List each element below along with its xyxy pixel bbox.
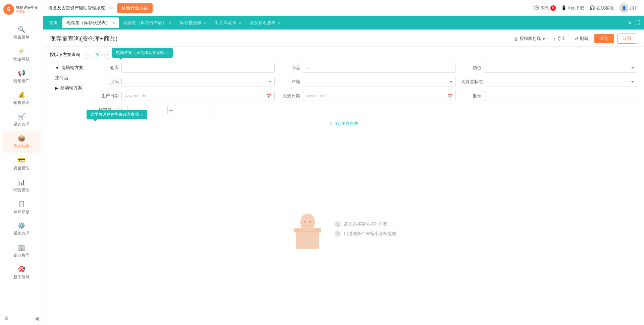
collapse-bar[interactable]: ∧ 收起更多条件: [50, 118, 637, 129]
color-select[interactable]: [484, 63, 637, 73]
message-item[interactable]: 💬 消息 9: [534, 5, 556, 11]
step-num-1: 1: [334, 221, 341, 228]
sidebar-item-enterprise[interactable]: 🏢 企业协同: [2, 240, 41, 262]
expiry-date-range: yyyy-mm-dd 📅: [303, 91, 456, 101]
by-goods-label: 接商品: [55, 75, 68, 81]
filter-row-3: 生产日期 yyyy-mm-dd 📅 失效日期: [99, 91, 637, 101]
create-tooltip: 这里可以创建和修改方案哦 ×: [87, 110, 147, 119]
stock-status-label: 现存量状态: [461, 79, 483, 85]
print-template-btn[interactable]: 🖨 按模板打印 ▾: [511, 34, 548, 43]
search-icon: 🔍: [18, 26, 25, 33]
collapse-sidebar-icon[interactable]: ◀: [35, 315, 39, 322]
scheme-tree-mobile[interactable]: ▶ 移动端方案: [50, 83, 93, 93]
header-right: 💬 消息 9 📱 App下载 🎧 在线客服 👤 用户: [534, 3, 639, 13]
sidebar-logo: 6 畅捷通好生意 标准版: [0, 0, 43, 19]
sidebar-label-purchase: 采购管理: [13, 122, 30, 127]
warehouse-input[interactable]: [121, 63, 275, 73]
scheme-tree-by-goods[interactable]: 接商品: [50, 73, 93, 83]
create-tooltip-close[interactable]: ×: [141, 112, 143, 117]
origin-select[interactable]: [303, 77, 456, 87]
main-content: 装备及固定资产辅助管理系统 ⚙ 体验行业方案 💬 消息 9 📱 App下载 🎧 …: [43, 0, 644, 325]
tab-inventory-status-label: 现存量（库存状况表）: [66, 20, 110, 26]
logo-title: 畅捷通好生意: [16, 5, 38, 10]
batch-no-input[interactable]: [484, 91, 637, 101]
tab-in-out-flow[interactable]: 出入库流水 ✕: [211, 17, 246, 28]
scheme-tooltip-close[interactable]: ×: [166, 51, 169, 55]
page-content: 现存量查询(按仓库+商品) 🖨 按模板打印 ▾ ↑ 导出 ↺ 刷新 查询 设置: [43, 30, 644, 325]
app-download-label: App下载: [568, 5, 584, 11]
sidebar-item-sales[interactable]: 💰 销售管理: [2, 88, 41, 109]
empty-step-1-text: 请先选择要分析的方案: [344, 221, 387, 227]
app-download-item[interactable]: 📱 App下载: [561, 5, 584, 11]
production-date-from[interactable]: yyyy-mm-dd 📅: [121, 91, 275, 101]
phone-icon: 📱: [561, 5, 567, 10]
tab-maximize-icon[interactable]: ⛶: [635, 20, 640, 26]
create-tooltip-text: 这里可以创建和修改方案哦: [91, 112, 139, 117]
expiry-date-placeholder: yyyy-mm-dd: [306, 94, 328, 98]
sidebar-label-search: 搜索菜单: [13, 35, 30, 40]
filter-row-1: 仓库 商品 颜色: [99, 63, 637, 73]
tab-close-all-icon[interactable]: ✕: [628, 20, 632, 26]
tab-inventory-status-close[interactable]: ✕: [112, 21, 115, 25]
system-settings-icon[interactable]: ⚙: [109, 5, 113, 10]
sidebar-item-purchase[interactable]: 🛒 采购管理: [2, 110, 41, 131]
back-scheme-icon: ←: [106, 52, 111, 57]
tab-bar: 首页 现存量（库存状况表） ✕ 现存量（库存分布表） ✕ 库存批次账 ✕ 出入库…: [43, 16, 644, 30]
export-icon: ↑: [554, 36, 556, 41]
edit-scheme-btn[interactable]: ✎: [94, 51, 102, 59]
add-scheme-btn[interactable]: +: [83, 51, 91, 59]
settings-footer-icon[interactable]: ⚙: [4, 315, 9, 322]
filter-group-warehouse: 仓库: [99, 63, 275, 73]
filter-row-2: 尺码 产地 现存量状态: [99, 77, 637, 87]
refresh-btn[interactable]: ↺ 刷新: [572, 34, 591, 43]
tab-batch-account-close[interactable]: ✕: [204, 21, 207, 25]
tab-inventory-status[interactable]: 现存量（库存状况表） ✕: [62, 17, 119, 28]
filter-row-4: 现存量（主） —: [99, 105, 637, 115]
sidebar-item-system[interactable]: ⚙️ 系统管理: [2, 219, 41, 240]
online-support-item[interactable]: 🎧 在线客服: [590, 5, 614, 11]
tab-batch-account[interactable]: 库存批次账 ✕: [176, 17, 211, 28]
filter-area: 按以下方案查询 + ✎ ← 电脑方案可设为移动方案哦 ×: [43, 47, 644, 133]
user-item[interactable]: 👤 用户: [619, 3, 639, 13]
basic-info-icon: 📋: [18, 200, 25, 208]
stock-status-select[interactable]: [486, 77, 637, 87]
tab-inventory-dist-close[interactable]: ✕: [169, 21, 172, 25]
sidebar-item-newbie[interactable]: 🎯 新手引导: [2, 262, 41, 283]
tab-receive-summary[interactable]: 收发存汇总表 ✕: [246, 17, 285, 28]
size-select[interactable]: [121, 77, 275, 87]
sidebar-label-newbie: 新手引导: [13, 274, 30, 280]
query-button[interactable]: 查询: [594, 34, 614, 43]
calendar-icon-from: 📅: [267, 94, 272, 98]
sidebar-label-enterprise: 企业协同: [13, 253, 30, 258]
expiry-date-from[interactable]: yyyy-mm-dd 📅: [303, 91, 456, 101]
step-num-2: 2: [334, 230, 341, 237]
sidebar-item-operations[interactable]: 📊 经营管理: [2, 175, 41, 196]
filter-group-origin: 产地: [280, 77, 456, 87]
tab-inventory-dist[interactable]: 现存量（库存分布表） ✕: [119, 17, 176, 28]
goods-input[interactable]: [303, 63, 456, 73]
tab-home[interactable]: 首页: [44, 17, 62, 28]
message-label: 消息: [540, 5, 549, 11]
mobile-scheme-label: 移动端方案: [60, 85, 82, 91]
scheme-tree-pc[interactable]: ▼ 电脑端方案: [50, 63, 93, 73]
sidebar-item-quick-nav[interactable]: ⚡ 快速导航: [2, 44, 41, 65]
sidebar-item-inventory[interactable]: 📦 库存核算: [2, 131, 41, 153]
avatar: 👤: [619, 3, 629, 13]
scheme-tooltip-text: 电脑方案可设为移动方案哦: [116, 50, 164, 56]
trial-industry-button[interactable]: 体验行业方案: [117, 3, 153, 13]
back-scheme-btn[interactable]: ←: [104, 51, 112, 59]
sidebar-item-search[interactable]: 🔍 搜索菜单: [2, 22, 41, 44]
filter-group-expiry-date: 失效日期 yyyy-mm-dd 📅: [280, 91, 456, 101]
operations-icon: 📊: [18, 178, 25, 186]
logo-badge: 标准版: [16, 10, 38, 14]
tab-in-out-flow-close[interactable]: ✕: [238, 21, 241, 25]
sidebar-label-operations: 经营管理: [13, 187, 30, 193]
calendar-icon-expiry: 📅: [448, 94, 453, 98]
sidebar-item-marketing[interactable]: 📢 营销推广: [2, 66, 41, 87]
tab-receive-summary-close[interactable]: ✕: [278, 21, 281, 25]
settings-button[interactable]: 设置: [617, 34, 637, 44]
sidebar-item-finance[interactable]: 💳 资金管理: [2, 153, 41, 174]
sidebar-item-basic-info[interactable]: 📋 基础信息: [2, 197, 41, 218]
export-btn[interactable]: ↑ 导出: [551, 34, 569, 43]
stock-main-to[interactable]: [175, 105, 215, 115]
